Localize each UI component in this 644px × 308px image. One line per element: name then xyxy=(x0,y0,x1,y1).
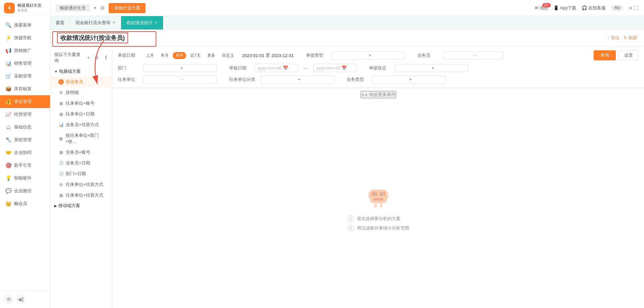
dept-date-icon: 🕐 xyxy=(58,171,64,176)
setting-btn[interactable]: 设置 xyxy=(619,50,639,60)
sidebar-settings-btn[interactable]: ⚙ xyxy=(4,295,13,304)
topbar-msg[interactable]: ✉ 消息 99+ xyxy=(535,5,548,11)
sidebar-item-label: 营销推广 xyxy=(14,48,32,54)
tab-home[interactable]: 首页 xyxy=(50,16,70,30)
sidebar-item-operation[interactable]: 📈 经营管理 xyxy=(0,108,50,121)
panel-item-salesman-account[interactable]: ▦ 业务员+账号 xyxy=(50,147,112,158)
query-btn[interactable]: 查询 xyxy=(594,50,616,60)
topbar-close-btns: ✕ ⛶ xyxy=(629,5,639,11)
date-tab-this-year[interactable]: 本年 xyxy=(173,52,186,59)
panel-item-by-detail[interactable]: ⊞ 按明细 xyxy=(50,87,112,98)
logo-text-area: 畅捷通好生意 标准版 xyxy=(17,3,42,13)
export-btn[interactable]: ↑ 导出 xyxy=(607,35,620,41)
collapse-btn[interactable]: ∧∧ 收起更多条件 xyxy=(361,91,396,98)
audit-to-placeholder: yyyy-mm-dd xyxy=(316,65,340,70)
wechat-icon: 💬 xyxy=(5,188,11,194)
msg-icon: ✉ xyxy=(535,5,538,10)
operation-icon: 📈 xyxy=(5,111,11,117)
tab-bank[interactable]: 现金银行流水查询 ✕ xyxy=(70,16,121,30)
panel-item-unit-account[interactable]: ▦ 往来单位+账号 xyxy=(50,98,112,109)
left-panel-actions: + ⚙ 《 xyxy=(85,54,108,61)
sidebar-item-search[interactable]: 🔍 搜索菜单 xyxy=(0,19,50,32)
panel-item-label: 往来单位+结算方式 xyxy=(66,192,103,198)
audit-to-input[interactable]: yyyy-mm-dd 📅 xyxy=(313,64,357,72)
sidebar-item-label: 销售管理 xyxy=(14,60,32,66)
online-service[interactable]: 🎧 在线客服 xyxy=(582,5,606,11)
panel-item-unit-settle2[interactable]: ▦ 往来单位+结算方式 xyxy=(50,190,112,201)
unit-settle1-icon: ⊞ xyxy=(58,182,64,187)
sidebar-item-basic[interactable]: 🗂 基础信息 xyxy=(0,121,50,134)
panel-item-unit-date[interactable]: ▦ 往来单位+日期 xyxy=(50,109,112,119)
user-name: Rit xyxy=(614,5,620,10)
tab-receipt-label: 收款情况统计 xyxy=(126,20,153,26)
topbar-user[interactable]: Rit xyxy=(611,5,623,11)
refresh-btn[interactable]: ↻ 刷新 xyxy=(624,35,637,41)
dept-arrow: ▾ xyxy=(181,66,214,70)
sidebar-item-enterprise[interactable]: 🤝 企业协同 xyxy=(0,146,50,159)
enterprise-icon: 🤝 xyxy=(5,150,11,156)
panel-item-unit-settle1[interactable]: ⊞ 往来单位+结算方式 xyxy=(50,179,112,190)
tab-receipt[interactable]: 收款情况统计 ✕ xyxy=(121,16,163,30)
panel-item-salesman-date[interactable]: 🕐 业务员+日期 xyxy=(50,158,112,168)
panel-section-mobile-header[interactable]: ▶ 移动端方案 xyxy=(50,201,112,211)
unit-account-icon: ▦ xyxy=(58,101,64,106)
date-tab-more[interactable]: 更多 xyxy=(205,52,218,59)
purchase-icon: 🛒 xyxy=(5,73,11,79)
panel-item-unit-dept-collect[interactable]: ▦ 按往来单位+部门+收... xyxy=(50,130,112,147)
window-maximize-btn[interactable]: ⛶ xyxy=(634,5,639,11)
dept-label: 部门 xyxy=(118,65,138,71)
sidebar-item-smart-hw[interactable]: 💡 智能硬件 xyxy=(0,172,50,185)
panel-item-by-salesman[interactable]: 人 按业务员 xyxy=(50,76,112,87)
doc-type-select[interactable]: ▾ xyxy=(331,51,405,59)
biz-type-select[interactable]: ▾ xyxy=(372,75,446,84)
tab-bank-close[interactable]: ✕ xyxy=(112,20,115,25)
sidebar-item-quick-nav[interactable]: ⚡ 快捷导航 xyxy=(0,32,50,44)
date-tab-custom[interactable]: 自定义 xyxy=(219,52,237,59)
unit-select[interactable]: ··· xyxy=(143,75,217,84)
dept-select[interactable]: ▾ xyxy=(143,64,217,72)
content-body: 按以下方案查询 + ⚙ 《 ▼ 电脑端方案 人 按业务员 xyxy=(50,46,644,308)
sidebar-item-member[interactable]: 👑 畅会员 xyxy=(0,197,50,210)
salesman-more[interactable]: ··· xyxy=(474,53,500,58)
sidebar-item-label: 企业协同 xyxy=(14,150,32,156)
sidebar-collapse-btn[interactable]: ◀‖ xyxy=(16,295,25,304)
sidebar-item-system[interactable]: 🔧 系统管理 xyxy=(0,134,50,146)
empty-step-2: 2 用过滤条件来缩小分析范围 xyxy=(347,225,409,232)
date-tab-last-month[interactable]: 上月 xyxy=(143,52,157,59)
inventory-icon: 📦 xyxy=(5,86,11,92)
panel-collapse-btn[interactable]: 《 xyxy=(101,54,108,61)
panel-item-label: 业务员+结算方式 xyxy=(66,122,99,128)
app-download[interactable]: 📱 App下载 xyxy=(553,5,576,11)
date-tab-7days[interactable]: 近7天 xyxy=(187,52,203,59)
unit-category-select[interactable]: ▾ xyxy=(261,75,334,84)
panel-item-dept-date[interactable]: 🕐 部门+日期 xyxy=(50,168,112,179)
sidebar-item-wechat[interactable]: 💬 企业微信 xyxy=(0,185,50,197)
export-icon: ↑ xyxy=(607,35,610,40)
sidebar-item-finance[interactable]: 💰 资金管理 xyxy=(0,95,50,108)
sidebar-item-purchase[interactable]: 🛒 采购管理 xyxy=(0,70,50,83)
audit-from-input[interactable]: yyyy-mm-dd 📅 xyxy=(255,64,298,72)
doc-status-select[interactable]: ▾ xyxy=(394,64,468,72)
filter-row-1: 单据日期 上月 本月 本年 近7天 更多 自定义 2023-01-01 至 xyxy=(118,50,639,60)
sidebar-item-marketing[interactable]: 📢 营销推广 xyxy=(0,44,50,57)
sidebar-item-inventory[interactable]: 📦 库存核算 xyxy=(0,83,50,95)
sidebar-item-guide[interactable]: 🎯 新手引导 xyxy=(0,159,50,172)
tab-receipt-close[interactable]: ✕ xyxy=(155,20,158,25)
topbar-dropdown-icon[interactable]: ▾ xyxy=(94,5,96,10)
salesman-select[interactable]: ··· xyxy=(443,51,503,59)
headset-icon: 🎧 xyxy=(582,5,587,10)
main: 畅捷通好生意 ▾ ⚙ 体验行业方案 ✉ 消息 99+ 📱 App下载 🎧 在线客… xyxy=(50,0,644,308)
sidebar-item-sales[interactable]: 📊 销售管理 xyxy=(0,57,50,70)
panel-settings-icon[interactable]: ⚙ xyxy=(93,54,100,61)
window-close-btn[interactable]: ✕ xyxy=(629,5,633,11)
phone-icon: 📱 xyxy=(553,5,559,10)
page-title: 收款情况统计(按业务员) xyxy=(57,33,128,43)
panel-section-desktop-header[interactable]: ▼ 电脑端方案 xyxy=(50,66,112,76)
panel-item-salesman-settle[interactable]: 📊 业务员+结算方式 xyxy=(50,119,112,130)
date-tab-this-month[interactable]: 本月 xyxy=(158,52,171,59)
topbar-gear-icon[interactable]: ⚙ xyxy=(100,5,105,11)
panel-add-btn[interactable]: + xyxy=(85,54,92,61)
trial-btn[interactable]: 体验行业方案 xyxy=(109,3,146,13)
unit-more[interactable]: ··· xyxy=(181,77,214,82)
page-actions: ↑ 导出 ↻ 刷新 xyxy=(607,35,638,41)
